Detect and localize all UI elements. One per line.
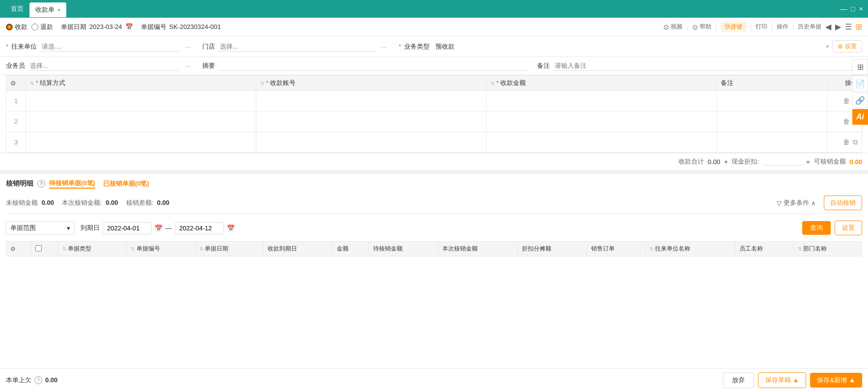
range-dropdown-icon: ▾ (67, 224, 70, 232)
summary-input[interactable] (218, 61, 527, 71)
bottom-col-pending: 待核销金额 (369, 242, 438, 256)
history-btn[interactable]: 历史单据 (798, 23, 821, 31)
save-new-arrow[interactable]: ▲ (849, 376, 855, 384)
amount-3[interactable] (487, 132, 717, 153)
minimize-btn[interactable]: — (840, 5, 847, 13)
total-value: 0.00 (708, 158, 720, 166)
maximize-btn[interactable]: □ (851, 5, 855, 13)
date-from-input[interactable] (103, 222, 152, 234)
delete-row-1[interactable]: 🗑 (843, 97, 850, 105)
calendar-to-icon[interactable]: 📅 (227, 224, 235, 232)
help-btn[interactable]: ⊙ 帮助 (692, 23, 711, 31)
select-all-checkbox[interactable] (35, 245, 42, 251)
grid-icon[interactable]: ⊞ (856, 22, 862, 31)
bendan-info-icon[interactable]: ? (34, 376, 42, 384)
sidebar-ai-icon[interactable]: Ai (852, 109, 868, 125)
filter-left: 单据范围 ▾ 到期日 📅 — 📅 (6, 221, 235, 235)
account-2[interactable] (256, 112, 487, 132)
delete-row-3[interactable]: 🗑 (843, 138, 850, 146)
close-btn[interactable]: × (859, 5, 863, 13)
biz-type-value: 预收款 (435, 42, 455, 51)
settle-3[interactable] (26, 132, 256, 153)
partner-input[interactable] (40, 42, 180, 52)
store-more-btn[interactable]: ··· (379, 43, 389, 51)
ops-btn[interactable]: 操作 (777, 23, 788, 31)
amount-1[interactable] (487, 91, 717, 112)
discount-label: 现金折扣: (732, 157, 759, 166)
remark-2[interactable] (717, 112, 828, 132)
date-to-input[interactable] (175, 222, 224, 234)
hexiao-info-icon[interactable]: ? (37, 180, 45, 188)
nav-tab-close[interactable]: × (57, 7, 60, 13)
tab-pending[interactable]: 待核销单据(0笔) (49, 179, 95, 189)
section-divider (0, 170, 868, 174)
receipts-table-section: ⚙ ⇅ * 结算方式 ⇅ * 收款账号 ⇅ * 收款 (0, 75, 868, 153)
discount-input[interactable] (763, 158, 802, 166)
bottom-col-due: 收款到期日 (264, 242, 333, 256)
sidebar-table-icon[interactable]: ⊞ (852, 59, 868, 75)
biz-type-dropdown[interactable]: ▾ (826, 43, 829, 50)
nav-tab-shoukuan[interactable]: 收款单 × (29, 2, 66, 17)
settle-2[interactable] (26, 112, 256, 132)
shortcut-btn[interactable]: 快捷键 (721, 22, 746, 32)
footer-right: 放弃 保存草稿 ▲ 保存&新增 ▲ (723, 372, 862, 388)
tab-done[interactable]: 已核销单据(0笔) (103, 179, 149, 188)
num-label: 单据编号 (141, 23, 166, 31)
row-num-3: 3 (6, 132, 26, 153)
col-account: ⇅ * 收款账号 (256, 76, 487, 91)
filter-right: 查询 设置 (802, 221, 862, 235)
video-icon: ⊙ (663, 23, 669, 31)
print-btn[interactable]: 打印 (756, 23, 767, 31)
auto-hexiao-btn[interactable]: 自动核销 (824, 196, 862, 210)
nav-right-icon[interactable]: ▶ (835, 22, 841, 31)
remark-1[interactable] (717, 91, 828, 112)
calendar-from-icon[interactable]: 📅 (155, 224, 163, 232)
due-label: 到期日 (81, 223, 100, 232)
remark-3[interactable] (717, 132, 828, 153)
copy-row-3[interactable]: ⧉ (853, 138, 858, 146)
bottom-table: ⚙ ⇅ 单据类型 ⇅ 单据编号 (6, 241, 862, 256)
num-value: SK-20230324-001 (169, 23, 221, 30)
top-nav: 首页 收款单 × — □ × (0, 0, 868, 18)
bottom-gear-icon[interactable]: ⚙ (10, 246, 16, 252)
store-input[interactable] (218, 42, 376, 52)
more-conditions-btn[interactable]: ▽ 更多条件 ∧ (777, 198, 816, 207)
save-draft-btn[interactable]: 保存草稿 ▲ (758, 372, 807, 388)
sidebar-link-icon[interactable]: 🔗 (852, 92, 868, 108)
summary-row: 收款合计 0.00 + 现金折扣: = 可核销金额 0.00 (0, 153, 868, 170)
save-draft-arrow[interactable]: ▲ (793, 376, 799, 384)
diff-label: 核销差额: 0.00 (126, 198, 170, 207)
bottom-col-discount: 折扣分摊额 (518, 242, 587, 256)
abandon-btn[interactable]: 放弃 (723, 372, 754, 388)
salesman-more-btn[interactable]: ··· (183, 62, 192, 70)
bottom-col-current: 本次核销金额 (438, 242, 517, 256)
remark-input[interactable] (553, 61, 862, 71)
settle-1[interactable] (26, 91, 256, 112)
partner-more-btn[interactable]: ··· (183, 43, 192, 51)
radio-shoukuan[interactable]: 收款 (6, 23, 27, 31)
account-3[interactable] (256, 132, 487, 153)
account-1[interactable] (256, 91, 487, 112)
save-new-btn[interactable]: 保存&新增 ▲ (810, 373, 862, 388)
query-btn[interactable]: 查询 (802, 221, 831, 235)
hexiao-set-btn[interactable]: 设置 (835, 221, 862, 235)
biz-type-field: * 业务类型 预收款 ▾ ⚙ 设置 (399, 40, 862, 53)
range-select[interactable]: 单据范围 ▾ (6, 221, 75, 235)
video-btn[interactable]: ⊙ 视频 (663, 23, 682, 31)
sidebar-doc-icon[interactable]: 📄 (852, 76, 868, 91)
partner-field: * 往来单位 ··· (6, 42, 192, 52)
salesman-input[interactable] (28, 61, 180, 71)
layout-icon[interactable]: ☰ (845, 22, 852, 31)
calendar-icon[interactable]: 📅 (125, 23, 133, 30)
amount-2[interactable] (487, 112, 717, 132)
nav-left-icon[interactable]: ◀ (825, 22, 831, 31)
date-dash: — (165, 224, 172, 232)
settings-btn[interactable]: ⚙ 设置 (832, 40, 862, 53)
toolbar-actions: ⊙ 视频 | ⊙ 帮助 | 快捷键 | 打印 | 操作 | 历史单据 (663, 22, 862, 32)
store-label: 门店 (202, 42, 215, 51)
table-gear-icon[interactable]: ⚙ (10, 80, 16, 87)
radio-tuikuan[interactable]: 退款 (31, 23, 53, 31)
delete-row-2[interactable]: 🗑 (843, 117, 850, 126)
nav-home[interactable]: 首页 (5, 0, 29, 18)
bottom-col-employee: 员工名称 (735, 242, 793, 256)
